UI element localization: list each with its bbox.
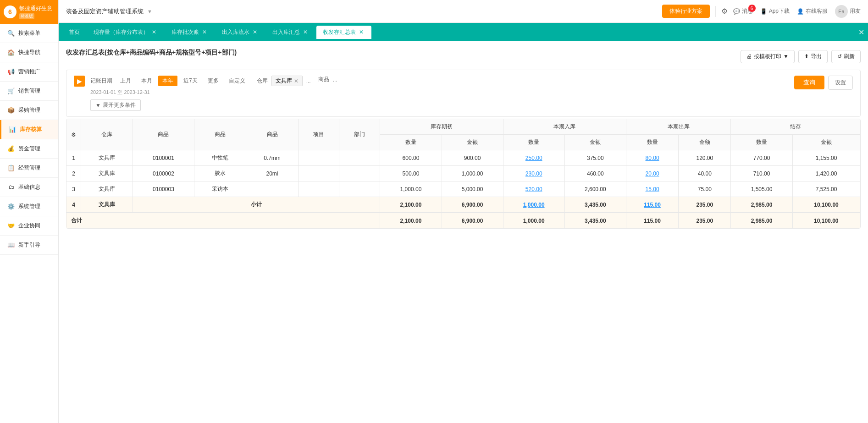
online-service-action[interactable]: 👤 在线客服 (797, 7, 828, 15)
subtotal-in-qty[interactable]: 1,000.00 (503, 197, 564, 213)
date-tag-this-year[interactable]: 本年 (158, 76, 177, 86)
tab-close-batch[interactable]: ✕ (201, 28, 208, 36)
filter-actions: 查询 设置 (794, 76, 853, 90)
sidebar-item-quick-nav[interactable]: 🏠 快捷导航 (0, 43, 58, 62)
date-tag-7days[interactable]: 近7天 (179, 76, 202, 86)
sidebar-item-operation[interactable]: 📋 经营管理 (0, 159, 58, 178)
print-btn[interactable]: 🖨 按模板打印 ▼ (741, 50, 795, 63)
product-more-btn[interactable]: ... (333, 77, 337, 83)
expand-more-row: ▼ 展开更多条件 (90, 99, 853, 111)
sidebar-item-label: 采购管理 (18, 106, 40, 114)
cell-in-qty[interactable]: 250.00 (503, 150, 564, 166)
tab-batch[interactable]: 库存批次账 ✕ (165, 26, 215, 39)
warehouse-tag-close[interactable]: ✕ (294, 78, 299, 84)
sidebar-item-basic[interactable]: 🗂 基础信息 (0, 178, 58, 197)
th-open-qty: 数量 (380, 135, 442, 150)
warehouse-filter: 仓库 文具库 ✕ ... (257, 76, 311, 86)
expand-more-btn[interactable]: ▼ 展开更多条件 (90, 99, 141, 111)
gear-icon[interactable]: ⚙ (721, 7, 728, 16)
sidebar-item-search[interactable]: 🔍 搜索菜单 (0, 24, 58, 43)
message-action[interactable]: 💬 消息 6 (733, 7, 753, 15)
cell-out-qty[interactable]: 80.00 (626, 150, 678, 166)
cell-product-code: 0100002 (133, 166, 194, 181)
tab-close-summary[interactable]: ✕ (302, 28, 309, 36)
export-btn[interactable]: ⬆ 导出 (798, 50, 828, 63)
marketing-icon: 📢 (7, 68, 15, 76)
cell-product-code: 0100003 (133, 181, 194, 197)
sidebar-item-label: 系统管理 (18, 203, 40, 210)
sidebar-item-finance[interactable]: 💰 资金管理 (0, 139, 58, 159)
user-action[interactable]: Ea 用友 (835, 5, 861, 18)
subtotal-index: 4 (66, 197, 81, 213)
experience-btn[interactable]: 体验行业方案 (662, 5, 710, 18)
product-filter: 商品 ... (318, 76, 337, 83)
header-right-actions: 🖨 按模板打印 ▼ ⬆ 导出 ↺ 刷新 (741, 50, 861, 63)
sidebar-item-guide[interactable]: 📖 新手引导 (0, 236, 58, 255)
cell-in-qty[interactable]: 230.00 (503, 166, 564, 181)
refresh-btn[interactable]: ↺ 刷新 (831, 50, 861, 63)
th-close-amt: 金额 (792, 135, 860, 150)
warehouse-more-btn[interactable]: ... (306, 78, 311, 84)
sidebar-item-inventory[interactable]: 📊 库存核算 (0, 120, 58, 139)
export-btn-label: 导出 (811, 53, 822, 60)
cell-in-amt: 2,600.00 (564, 181, 626, 197)
sidebar-item-marketing[interactable]: 📢 营销推广 (0, 62, 58, 82)
total-close-amt: 10,100.00 (792, 213, 860, 228)
guide-icon: 📖 (7, 242, 15, 249)
logo-icon: 6 (4, 5, 17, 18)
th-dept: 部门 (339, 119, 380, 150)
cell-out-qty[interactable]: 20.00 (626, 166, 678, 181)
tab-stock-dist[interactable]: 现存量（库存分布表） ✕ (87, 26, 164, 39)
tab-home[interactable]: 首页 (62, 26, 86, 39)
date-tag-more[interactable]: 更多 (204, 76, 223, 86)
system-title: 装备及固定资产辅助管理系统 (66, 7, 144, 16)
warehouse-label: 仓库 (257, 77, 268, 85)
app-download-action[interactable]: 📱 App下载 (760, 7, 790, 15)
arrow-icon: ▶ (77, 77, 82, 85)
sidebar-item-system[interactable]: ⚙️ 系统管理 (0, 197, 58, 216)
tab-close-flow[interactable]: ✕ (251, 28, 259, 36)
cell-warehouse: 文具库 (81, 150, 133, 166)
total-out-qty: 115.00 (626, 213, 678, 228)
tab-receive-summary[interactable]: 收发存汇总表 ✕ (316, 26, 371, 39)
cell-close-amt: 1,155.00 (792, 150, 860, 166)
cell-close-qty: 1,505.00 (731, 181, 792, 197)
query-btn[interactable]: 查询 (794, 76, 824, 89)
cell-warehouse: 文具库 (81, 181, 133, 197)
data-table: ⚙ 仓库 商品 商品 商品 项目 部门 库存期初 本期入库 本期出库 结存 (66, 119, 860, 228)
cell-open-qty: 1,000.00 (380, 181, 442, 197)
sidebar-item-label: 经营管理 (18, 164, 40, 172)
table-row: 3 文具库 0100003 采访本 1,000.00 5,000.00 520.… (66, 181, 860, 197)
subtotal-warehouse: 文具库 (81, 197, 133, 213)
tab-home-label: 首页 (69, 28, 80, 36)
tab-summary[interactable]: 出入库汇总 ✕ (266, 26, 315, 39)
cell-dept (339, 150, 380, 166)
sidebar-item-purchase[interactable]: 📦 采购管理 (0, 101, 58, 120)
date-tag-custom[interactable]: 自定义 (225, 76, 249, 86)
th-warehouse: 仓库 (81, 119, 133, 150)
close-all-tabs[interactable]: ✕ (858, 28, 864, 37)
tab-close-stock-dist[interactable]: ✕ (150, 28, 158, 36)
main-content: 装备及固定资产辅助管理系统 ▼ 体验行业方案 ⚙ 💬 消息 6 📱 App下载 … (59, 0, 868, 423)
th-settings[interactable]: ⚙ (66, 119, 81, 150)
system-icon: ⚙️ (7, 203, 15, 210)
sidebar-item-sales[interactable]: 🛒 销售管理 (0, 82, 58, 101)
cell-out-qty[interactable]: 15.00 (626, 181, 678, 197)
settings-btn[interactable]: 设置 (828, 76, 853, 90)
cell-project (299, 166, 339, 181)
date-tag-last-month[interactable]: 上月 (116, 76, 135, 86)
date-filter-row: 记账日期 上月 本月 本年 近7天 更多 自定义 (90, 76, 249, 86)
total-label: 合计 (66, 213, 380, 228)
cell-dept (339, 166, 380, 181)
tab-flow[interactable]: 出入库流水 ✕ (216, 26, 265, 39)
cell-in-qty[interactable]: 520.00 (503, 181, 564, 197)
filter-expand-arrow[interactable]: ▶ (74, 76, 85, 87)
tab-close-receive-summary[interactable]: ✕ (358, 28, 365, 36)
subtotal-out-qty[interactable]: 115.00 (626, 197, 678, 213)
sidebar-item-corp[interactable]: 🤝 企业协同 (0, 216, 58, 236)
date-tag-this-month[interactable]: 本月 (137, 76, 156, 86)
th-out-amt: 金额 (679, 135, 731, 150)
refresh-btn-label: 刷新 (844, 53, 855, 60)
table-settings-icon[interactable]: ⚙ (71, 132, 76, 138)
table-row: 1 文具库 0100001 中性笔 0.7mm 600.00 900.00 25… (66, 150, 860, 166)
